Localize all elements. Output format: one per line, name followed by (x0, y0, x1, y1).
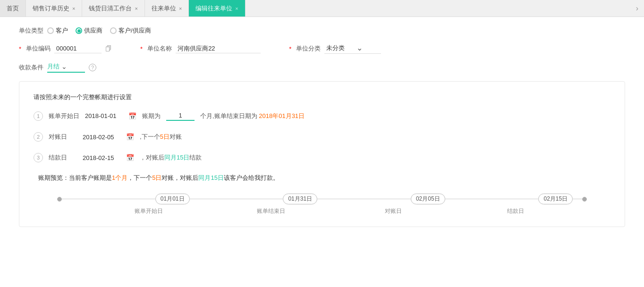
timeline-caption-3: 对账日 (385, 208, 402, 214)
code-copy-icon[interactable]: 🗍 (105, 45, 112, 52)
step-2-cal-icon[interactable]: 📅 (126, 133, 134, 141)
step-2-num: 2 (34, 132, 43, 142)
payment-label: 收款条件 (19, 63, 43, 72)
radio-supplier[interactable]: 供应商 (76, 26, 102, 35)
timeline-line-1 (62, 199, 155, 199)
radio-customer-circle (47, 27, 54, 34)
preview-highlight2: 5日 (152, 174, 161, 181)
radio-customer[interactable]: 客户 (47, 26, 68, 35)
timeline-node-1: 01月01日 (155, 194, 190, 204)
radio-both-label: 客户/供应商 (119, 26, 151, 35)
tab-cash-work[interactable]: 钱货日清工作台 × (82, 0, 144, 17)
step-3-desc: ，对账后同月15日结款 (140, 153, 202, 162)
unit-type-label: 单位类型 (19, 26, 43, 35)
step-3-label: 结款日 (49, 153, 77, 162)
timeline-caption-2: 账单结束日 (257, 208, 285, 214)
step-1-period-end: 2018年01月31日 (259, 112, 305, 119)
category-required: * (289, 45, 291, 52)
section-title: 请按照未来的一个完整帐期进行设置 (34, 93, 610, 101)
tab-sales-history[interactable]: 销售订单历史 × (26, 0, 82, 17)
preview-text: 账期预览：当前客户账期是1个月，下一个5日对账，对账后同月15日该客户会给我打款… (34, 174, 610, 182)
timeline-badge-1: 01月01日 (155, 194, 190, 204)
tab-edit-partner-label: 编辑往来单位 (195, 4, 232, 13)
radio-customer-label: 客户 (56, 26, 68, 35)
unit-type-group: 单位类型 客户 供应商 客户/供应商 (19, 26, 151, 35)
step-1-num: 1 (34, 111, 43, 121)
step-3-cal-icon[interactable]: 📅 (126, 154, 134, 161)
step-3-highlight: 同月15日 (164, 154, 189, 161)
step-1-row: 1 账单开始日 2018-01-01 📅 账期为 个月,账单结束日期为 2018… (34, 111, 610, 121)
step-1-date: 2018-01-01 (85, 112, 123, 119)
tab-sales-history-close[interactable]: × (72, 6, 75, 11)
tab-sales-history-label: 销售订单历史 (33, 4, 69, 13)
timeline-end-dot (582, 197, 587, 202)
timeline-line-4 (445, 199, 539, 199)
category-value: 未分类 (326, 44, 355, 52)
payment-row: 收款条件 月结 ⌄ ? (19, 62, 625, 73)
step-1-period-label: 账期为 (142, 112, 161, 120)
step-3-row: 3 结款日 2018-02-15 📅 ，对账后同月15日结款 (34, 153, 610, 162)
timeline-line-3 (317, 199, 411, 199)
tab-home[interactable]: 首页 (0, 0, 26, 17)
tab-bar: 首页 销售订单历史 × 钱货日清工作台 × 往来单位 × 编辑往来单位 × › (0, 0, 644, 17)
tab-cash-work-close[interactable]: × (135, 6, 137, 11)
timeline-start-dot (57, 197, 62, 202)
tab-edit-partner[interactable]: 编辑往来单位 × (189, 0, 245, 17)
timeline-caption-1: 账单开始日 (135, 208, 163, 214)
name-label: 单位名称 (147, 44, 172, 53)
step-1-period-input[interactable] (166, 111, 195, 121)
timeline-captions: 账单开始日 账单结束日 对账日 结款日 (38, 207, 606, 215)
name-required: * (140, 45, 143, 52)
step-2-date: 2018-02-05 (83, 134, 120, 141)
tab-edit-partner-close[interactable]: × (235, 6, 238, 11)
code-label: 单位编码 (26, 44, 51, 53)
code-name-category-row: * 单位编码 🗍 * 单位名称 * 单位分类 未分类 ⌄ (19, 43, 625, 54)
radio-group: 客户 供应商 客户/供应商 (47, 26, 151, 35)
step-1-period-unit: 个月,账单结束日期为 2018年01月31日 (200, 112, 305, 120)
step-3-date: 2018-02-15 (83, 154, 120, 161)
timeline-line-2 (190, 199, 283, 199)
radio-supplier-circle (76, 27, 82, 34)
radio-both-circle (110, 27, 117, 34)
tab-expand-btn[interactable]: › (630, 0, 644, 17)
timeline-badge-3: 02月05日 (411, 194, 445, 204)
payment-value: 月结 (47, 62, 59, 71)
step-2-desc: ,下一个5日对账 (140, 133, 182, 141)
timeline-badge-4: 02月15日 (538, 194, 573, 204)
step-3-num: 3 (34, 153, 43, 162)
payment-group: 收款条件 月结 ⌄ ? (19, 62, 96, 73)
code-group: * 单位编码 🗍 (19, 44, 112, 53)
unit-type-row: 单位类型 客户 供应商 客户/供应商 (19, 26, 625, 35)
timeline-container: 01月01日 01月31日 02月05日 02月15日 (34, 194, 610, 215)
category-dropdown[interactable]: 未分类 ⌄ (324, 43, 381, 54)
code-required: * (19, 45, 21, 52)
settings-section: 请按照未来的一个完整帐期进行设置 1 账单开始日 2018-01-01 📅 账期… (19, 81, 625, 227)
code-input[interactable] (54, 44, 102, 53)
timeline-line-5 (573, 199, 582, 199)
timeline-node-3: 02月05日 (411, 194, 445, 204)
step-1-cal-icon[interactable]: 📅 (128, 112, 136, 120)
timeline-node-4: 02月15日 (538, 194, 573, 204)
timeline-node-2: 01月31日 (283, 194, 317, 204)
tab-partner-label: 往来单位 (152, 4, 176, 13)
radio-both[interactable]: 客户/供应商 (110, 26, 151, 35)
step-1-label: 账单开始日 (49, 112, 79, 120)
payment-dropdown[interactable]: 月结 ⌄ (47, 62, 85, 73)
tab-cash-work-label: 钱货日清工作台 (89, 4, 132, 13)
category-group: * 单位分类 未分类 ⌄ (289, 43, 381, 54)
payment-arrow-icon: ⌄ (61, 63, 67, 70)
category-arrow-icon: ⌄ (356, 43, 363, 52)
payment-help-icon[interactable]: ? (89, 64, 96, 71)
tab-partner[interactable]: 往来单位 × (145, 0, 189, 17)
name-input[interactable] (176, 44, 261, 53)
step-2-row: 2 对账日 2018-02-05 📅 ,下一个5日对账 (34, 132, 610, 142)
category-label: 单位分类 (296, 44, 321, 53)
step-2-highlight: 5日 (160, 133, 169, 140)
tab-home-label: 首页 (7, 4, 19, 13)
main-content: 单位类型 客户 供应商 客户/供应商 * 单位编码 (0, 17, 644, 287)
name-group: * 单位名称 (140, 44, 261, 53)
tab-partner-close[interactable]: × (179, 6, 182, 11)
preview-highlight3: 同月15日 (198, 174, 223, 181)
radio-supplier-label: 供应商 (84, 26, 102, 35)
timeline-badge-2: 01月31日 (283, 194, 317, 204)
